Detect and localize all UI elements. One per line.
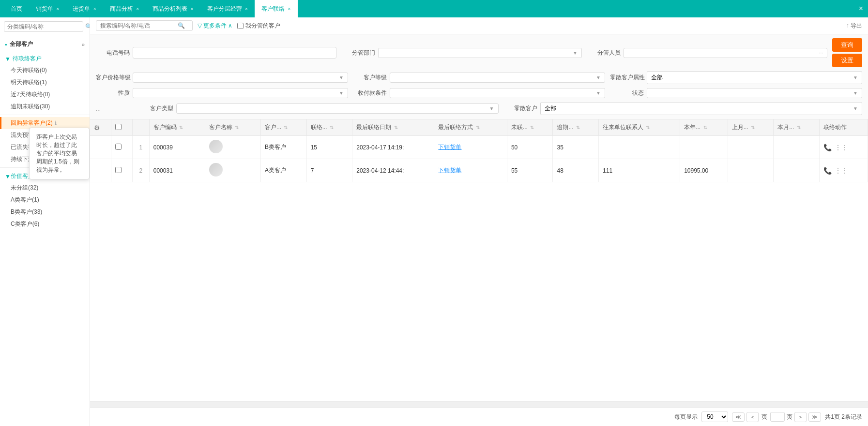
value-arrow-icon: ▼: [5, 173, 11, 180]
sidebar-b-class-label: B类客户(33): [11, 208, 42, 215]
sidebar-search-input[interactable]: [4, 21, 83, 32]
col-settings[interactable]: ⚙: [90, 119, 111, 136]
row-checkbox[interactable]: [115, 167, 122, 173]
retail-customer-select[interactable]: 全部▼: [540, 102, 863, 115]
col-type-sort-icon[interactable]: ⇅: [284, 125, 288, 130]
close-all-button[interactable]: ×: [859, 4, 863, 13]
last-page-btn[interactable]: ≫: [808, 412, 821, 422]
nav-purchase-close[interactable]: ×: [93, 6, 96, 12]
sidebar-all-customers[interactable]: ▪ 全部客户 »: [0, 36, 90, 52]
status-select[interactable]: ▼: [647, 88, 862, 98]
col-last-month-sort-icon[interactable]: ⇅: [751, 125, 755, 130]
col-this-year-sort-icon[interactable]: ⇅: [703, 125, 707, 130]
customer-level-select[interactable]: ▼: [390, 73, 605, 83]
col-this-month[interactable]: 本月... ⇅: [774, 119, 820, 136]
col-check[interactable]: [111, 119, 132, 136]
nav-analysis[interactable]: 商品分析 ×: [103, 0, 146, 17]
col-overdue-sort-icon[interactable]: ⇅: [576, 125, 580, 130]
col-code-sort-icon[interactable]: ⇅: [179, 125, 183, 130]
sidebar-item-tomorrow[interactable]: 明天待联络(1): [0, 76, 90, 88]
my-customer-checkbox[interactable]: 我分管的客户: [237, 22, 280, 30]
action-more-icon[interactable]: ⋮⋮: [835, 144, 848, 151]
sidebar-item-b-class[interactable]: B类客户(33): [0, 206, 90, 218]
sidebar-item-c-class[interactable]: C类客户(6): [0, 218, 90, 230]
customer-type-select[interactable]: ▼: [176, 103, 499, 114]
col-last-method[interactable]: 最后联络方式 ⇅: [434, 119, 507, 136]
cell-check[interactable]: [111, 136, 132, 159]
dept-select[interactable]: ▼: [378, 48, 582, 58]
col-company-contact-sort-icon[interactable]: ⇅: [646, 125, 650, 130]
cell-last-method[interactable]: 下销货单: [434, 159, 507, 182]
nav-analysis-list[interactable]: 商品分析列表 ×: [146, 0, 200, 17]
col-contact[interactable]: 联络... ⇅: [306, 119, 352, 136]
nav-customer-seg[interactable]: 客户分层经营 ×: [200, 0, 255, 17]
retail-attr-select[interactable]: 全部▼: [647, 71, 862, 84]
action-more-icon[interactable]: ⋮⋮: [835, 167, 848, 175]
prev-page-btn[interactable]: ＜: [746, 412, 759, 422]
col-code-label: 客户编码: [153, 124, 177, 131]
more-conditions-btn[interactable]: ▽ 更多条件 ∧: [198, 22, 232, 30]
table-settings-icon[interactable]: ⚙: [94, 124, 100, 132]
col-code[interactable]: 客户编码 ⇅: [149, 119, 205, 136]
col-uncontact[interactable]: 未联... ⇅: [507, 119, 553, 136]
nav-customer-contact[interactable]: 客户联络 ×: [255, 0, 297, 17]
nav-customer-contact-close[interactable]: ×: [288, 6, 290, 12]
payment-select[interactable]: ▼: [390, 88, 605, 98]
col-type[interactable]: 客户... ⇅: [261, 119, 307, 136]
next-page-btn[interactable]: ＞: [794, 412, 807, 422]
col-overdue[interactable]: 逾期... ⇅: [553, 119, 599, 136]
settings-button[interactable]: 设置: [832, 54, 862, 67]
sidebar-item-7days[interactable]: 近7天待联络(0): [0, 88, 90, 101]
my-customer-check[interactable]: [237, 23, 244, 29]
col-last-date[interactable]: 最后联络日期 ⇅: [352, 119, 434, 136]
col-uncontact-sort-icon[interactable]: ⇅: [530, 125, 534, 130]
col-this-month-sort-icon[interactable]: ⇅: [797, 125, 801, 130]
cell-action: 📞 ⋮⋮: [819, 136, 868, 159]
nav-analysis-list-close[interactable]: ×: [190, 6, 193, 12]
table-row: 1 000039 B类客户 15 2023-04-17 14:19: 下销货单 …: [90, 136, 868, 159]
col-company-contact[interactable]: 往来单位联系人 ⇅: [599, 119, 680, 136]
col-this-year[interactable]: 本年... ⇅: [680, 119, 728, 136]
row-checkbox[interactable]: [115, 144, 122, 150]
nav-home[interactable]: 首页: [4, 0, 29, 17]
sidebar-item-overdue[interactable]: 逾期未联络(30): [0, 101, 90, 113]
last-method-link[interactable]: 下销货单: [438, 167, 461, 174]
last-method-link[interactable]: 下销货单: [438, 144, 461, 150]
first-page-btn[interactable]: ≪: [732, 412, 745, 422]
export-button[interactable]: ↑ 导出: [846, 22, 862, 30]
manager-select[interactable]: ···: [624, 48, 827, 58]
phone-input[interactable]: [133, 47, 336, 59]
sidebar-pending-group[interactable]: ▼ 待联络客户: [0, 52, 90, 64]
search-input[interactable]: [100, 22, 178, 29]
col-last-method-sort-icon[interactable]: ⇅: [476, 125, 480, 130]
nav-analysis-close[interactable]: ×: [136, 6, 139, 12]
cell-last-month: [728, 136, 774, 159]
nav-purchase[interactable]: 进货单 ×: [66, 0, 103, 17]
cell-last-method[interactable]: 下销货单: [434, 136, 507, 159]
price-level-select[interactable]: ▼: [133, 73, 348, 83]
col-last-date-sort-icon[interactable]: ⇅: [394, 125, 398, 130]
col-name[interactable]: 客户名称 ⇅: [205, 119, 260, 136]
sidebar-collapse-btn[interactable]: »: [82, 42, 85, 47]
action-phone-icon[interactable]: 📞: [823, 167, 832, 175]
page-input[interactable]: 1: [770, 412, 785, 422]
cell-this-year: [680, 136, 728, 159]
col-contact-sort-icon[interactable]: ⇅: [330, 125, 334, 130]
query-button[interactable]: 查询: [832, 38, 862, 52]
sidebar-search-icon[interactable]: 🔍: [85, 23, 90, 30]
sidebar-item-a-class[interactable]: A类客户(1): [0, 194, 90, 206]
nav-sales-close[interactable]: ×: [56, 6, 59, 12]
nav-sales[interactable]: 销货单 ×: [29, 0, 66, 17]
sidebar-item-today[interactable]: 今天待联络(0): [0, 64, 90, 76]
gender-select[interactable]: ▼: [133, 88, 348, 98]
nav-customer-seg-close[interactable]: ×: [245, 6, 248, 12]
select-all-checkbox[interactable]: [115, 124, 122, 130]
sidebar-item-ungrouped[interactable]: 未分组(32): [0, 182, 90, 194]
page-size-select[interactable]: 50 100 200: [701, 411, 728, 422]
horizontal-scrollbar[interactable]: [90, 401, 868, 407]
cell-check[interactable]: [111, 159, 132, 182]
col-name-sort-icon[interactable]: ⇅: [235, 125, 239, 130]
col-last-month[interactable]: 上月... ⇅: [728, 119, 774, 136]
search-bar-icon[interactable]: 🔍: [178, 22, 185, 29]
action-phone-icon[interactable]: 📞: [823, 144, 832, 151]
